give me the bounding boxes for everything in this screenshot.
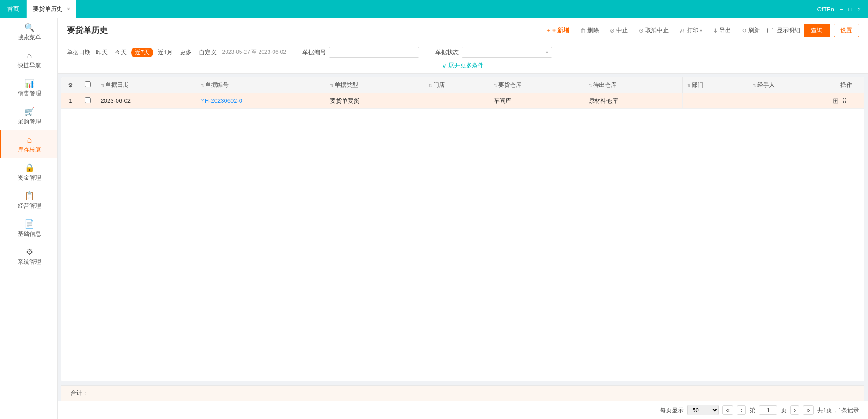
print-button[interactable]: 🖨 打印 ▾ xyxy=(676,24,706,36)
td-pend-warehouse: 原材料仓库 xyxy=(584,93,683,109)
page-size-select[interactable]: 50 10 20 100 xyxy=(687,405,719,415)
td-dept xyxy=(683,93,748,109)
page-size-label: 每页显示 xyxy=(660,406,684,414)
refresh-button[interactable]: ↻ 刷新 xyxy=(738,24,764,36)
cancel-stop-icon: ⊙ xyxy=(639,27,644,34)
last-page-btn[interactable]: » xyxy=(803,405,813,415)
sidebar-item-purchase[interactable]: 🛒 采购管理 xyxy=(0,102,57,130)
page-label: 第 xyxy=(750,406,755,414)
export-button[interactable]: ⬇ 导出 xyxy=(709,24,735,36)
sidebar-item-basic-info[interactable]: 📄 基础信息 xyxy=(0,214,57,243)
th-store[interactable]: 门店 xyxy=(424,77,489,93)
filter-row-1: 单据日期 昨天 今天 近7天 近1月 更多 自定义 2023-05-27 至 2… xyxy=(67,47,859,58)
summary-label: 合计： xyxy=(71,389,88,397)
edit-icon[interactable]: ⊞ xyxy=(833,96,839,105)
prev-page-btn[interactable]: ‹ xyxy=(737,405,746,415)
tab-active[interactable]: 要货单历史 × xyxy=(27,0,76,18)
td-doc-type: 要货单要货 xyxy=(325,93,424,109)
date-btn-more[interactable]: 更多 xyxy=(177,48,194,57)
select-all-checkbox[interactable] xyxy=(85,81,91,87)
doc-num-link[interactable]: YH-20230602-0 xyxy=(201,97,242,104)
basic-info-icon: 📄 xyxy=(24,220,34,228)
sidebar-item-search-menu[interactable]: 🔍 搜索菜单 xyxy=(0,18,57,46)
refresh-icon: ↻ xyxy=(742,27,747,34)
stop-icon: ⊘ xyxy=(610,27,615,34)
date-btn-yesterday[interactable]: 昨天 xyxy=(93,48,110,57)
page-header: 要货单历史 ＋ + 新增 🗑 删除 ⊘ 中止 ⊙ xyxy=(58,18,868,42)
date-btn-today[interactable]: 今天 xyxy=(112,48,129,57)
th-doc-num[interactable]: 单据编号 xyxy=(196,77,326,93)
td-row-num: 1 xyxy=(61,93,80,109)
sales-icon: 📊 xyxy=(24,80,34,88)
sidebar-item-operations[interactable]: 📋 经营管理 xyxy=(0,186,57,214)
delete-button[interactable]: 🗑 删除 xyxy=(576,24,603,36)
status-label: 单据状态 xyxy=(435,48,459,57)
page-unit-label: 页 xyxy=(781,406,787,414)
quick-nav-icon: ⌂ xyxy=(27,52,32,60)
th-settings[interactable]: ⚙ xyxy=(61,77,80,93)
row-checkbox[interactable] xyxy=(85,97,91,103)
td-doc-num: YH-20230602-0 xyxy=(196,93,326,109)
search-menu-icon: 🔍 xyxy=(24,24,34,32)
sidebar-item-inventory[interactable]: ⌂ 库存核算 xyxy=(0,130,57,158)
th-dept[interactable]: 部门 xyxy=(683,77,748,93)
th-handler[interactable]: 经手人 xyxy=(748,77,828,93)
cancel-stop-button[interactable]: ⊙ 取消中止 xyxy=(635,24,672,36)
query-button[interactable]: 查询 xyxy=(804,24,830,37)
more-icon[interactable]: ⁞⁞ xyxy=(842,96,847,105)
th-doc-date[interactable]: 单据日期 xyxy=(96,77,196,93)
page-input[interactable] xyxy=(759,405,777,415)
date-btn-1month[interactable]: 近1月 xyxy=(155,48,175,57)
page-title: 要货单历史 xyxy=(67,25,108,36)
date-btn-7days[interactable]: 近7天 xyxy=(131,48,153,57)
window-close-btn[interactable]: × xyxy=(857,6,861,13)
main-layout: 🔍 搜索菜单 ⌂ 快捷导航 📊 销售管理 🛒 采购管理 ⌂ 库存核算 🔒 资金管… xyxy=(0,18,868,419)
page-title-row: 要货单历史 ＋ + 新增 🗑 删除 ⊘ 中止 ⊙ xyxy=(67,24,859,37)
next-page-btn[interactable]: › xyxy=(790,405,799,415)
delete-icon: 🗑 xyxy=(580,27,586,34)
date-filter-label: 单据日期 xyxy=(67,48,90,57)
td-handler xyxy=(748,93,828,109)
display-detail-checkbox[interactable] xyxy=(767,28,773,33)
table-footer: 合计： xyxy=(61,385,864,401)
maximize-btn[interactable]: □ xyxy=(849,6,852,13)
stop-button[interactable]: ⊘ 中止 xyxy=(606,24,632,36)
top-bar: 首页 要货单历史 × OfTEn − □ × xyxy=(0,0,868,18)
sidebar-item-finance[interactable]: 🔒 资金管理 xyxy=(0,158,57,186)
tab-home[interactable]: 首页 xyxy=(0,0,27,18)
td-ops: ⊞ ⁞⁞ xyxy=(828,93,864,109)
table-header-row: ⚙ 单据日期 单据编号 单据类型 门店 要货仓库 待出仓库 部门 经手人 操 xyxy=(61,77,864,93)
often-label: OfTEn xyxy=(817,6,834,13)
settings-column-icon: ⚙ xyxy=(68,82,73,89)
table-row: 1 2023-06-02 YH-20230602-0 要货单要货 车间库 原材料… xyxy=(61,93,864,109)
sidebar: 🔍 搜索菜单 ⌂ 快捷导航 📊 销售管理 🛒 采购管理 ⌂ 库存核算 🔒 资金管… xyxy=(0,18,58,419)
expand-more-btn[interactable]: ∨ 展开更多条件 xyxy=(442,62,484,70)
first-page-btn[interactable]: « xyxy=(722,405,733,415)
sidebar-item-sales[interactable]: 📊 销售管理 xyxy=(0,74,57,102)
sidebar-item-quick-nav[interactable]: ⌂ 快捷导航 xyxy=(0,46,57,74)
sidebar-item-system[interactable]: ⚙ 系统管理 xyxy=(0,243,57,271)
new-icon: ＋ xyxy=(545,26,551,34)
td-doc-date: 2023-06-02 xyxy=(96,93,196,109)
doc-num-input[interactable] xyxy=(329,47,419,58)
expand-more-row: ∨ 展开更多条件 xyxy=(67,61,859,70)
th-req-warehouse[interactable]: 要货仓库 xyxy=(489,77,584,93)
top-bar-right: OfTEn − □ × xyxy=(817,6,868,13)
minimize-btn[interactable]: − xyxy=(840,6,843,13)
total-info: 共1页，1条记录 xyxy=(817,406,859,414)
sidebar-label-quick-nav: 快捷导航 xyxy=(18,62,41,70)
settings-button[interactable]: 设置 xyxy=(834,24,859,37)
th-ops: 操作 xyxy=(828,77,864,93)
date-range-display: 2023-05-27 至 2023-06-02 xyxy=(222,48,286,56)
th-checkbox xyxy=(80,77,96,93)
th-pend-warehouse[interactable]: 待出仓库 xyxy=(584,77,683,93)
active-tab-label: 要货单历史 xyxy=(33,5,62,13)
new-button[interactable]: ＋ + 新增 xyxy=(542,24,573,36)
date-btn-custom[interactable]: 自定义 xyxy=(196,48,219,57)
status-select[interactable] xyxy=(462,47,552,58)
display-detail-toggle[interactable]: 显示明细 xyxy=(767,26,800,34)
inventory-icon: ⌂ xyxy=(27,136,32,144)
tab-close-icon[interactable]: × xyxy=(67,6,70,12)
td-store xyxy=(424,93,489,109)
th-doc-type[interactable]: 单据类型 xyxy=(325,77,424,93)
